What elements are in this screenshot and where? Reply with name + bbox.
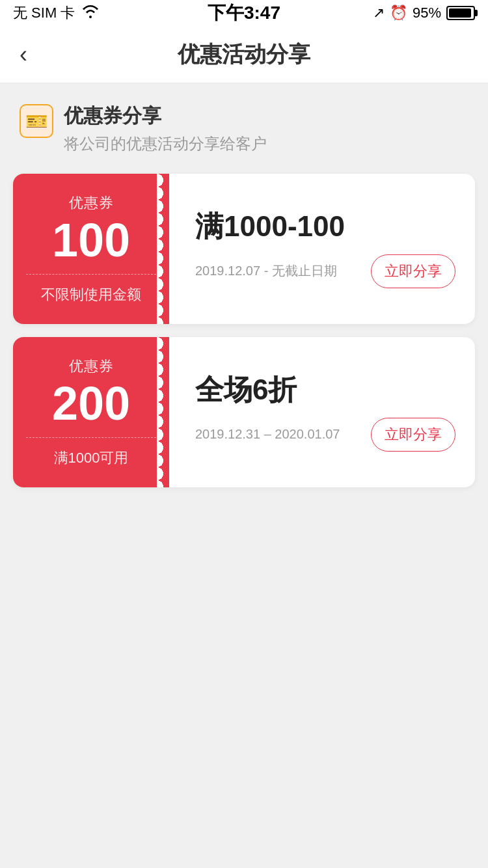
- coupon-meta-2: 2019.12.31 – 2020.01.07 立即分享: [195, 418, 455, 452]
- section-text: 优惠券分享 将公司的优惠活动分享给客户: [64, 103, 267, 154]
- location-icon: ↗: [373, 5, 385, 21]
- section-icon: 🎫: [20, 104, 53, 138]
- alarm-icon: ⏰: [390, 5, 407, 21]
- empty-space: [0, 500, 488, 868]
- coupon-divider-1: [26, 274, 156, 275]
- section-header: 🎫 优惠券分享 将公司的优惠活动分享给客户: [0, 83, 488, 167]
- share-button-2[interactable]: 立即分享: [371, 418, 455, 452]
- coupon-card-2: 优惠券 200 满1000可用 全场6折 2019.12.31 – 2020.0…: [13, 337, 475, 487]
- coupon-date-1: 2019.12.07 - 无截止日期: [195, 262, 337, 280]
- back-button[interactable]: ‹: [20, 41, 27, 68]
- coupon-name-2: 全场6折: [195, 373, 455, 407]
- carrier-label: 无 SIM 卡: [13, 3, 75, 23]
- nav-bar: ‹ 优惠活动分享: [0, 26, 488, 83]
- wifi-icon: [81, 4, 100, 22]
- coupon-amount-1: 100: [52, 217, 130, 264]
- coupon-right-1: 满1000-100 2019.12.07 - 无截止日期 立即分享: [169, 174, 475, 324]
- coupon-label-1: 优惠券: [69, 193, 114, 213]
- page-title: 优惠活动分享: [178, 40, 310, 70]
- battery-fill: [449, 8, 471, 18]
- coupon-name-1: 满1000-100: [195, 210, 455, 244]
- section-title: 优惠券分享: [64, 103, 267, 129]
- coupon-card-1: 优惠券 100 不限制使用金额 满1000-100 2019.12.07 - 无…: [13, 174, 475, 324]
- status-right: ↗ ⏰ 95%: [373, 5, 475, 21]
- coupon-condition-2: 满1000可用: [54, 448, 129, 468]
- battery-percentage: 95%: [413, 5, 441, 21]
- share-button-1[interactable]: 立即分享: [371, 254, 455, 288]
- status-left: 无 SIM 卡: [13, 3, 100, 23]
- status-time: 下午3:47: [208, 1, 280, 25]
- coupon-right-2: 全场6折 2019.12.31 – 2020.01.07 立即分享: [169, 337, 475, 487]
- section-subtitle: 将公司的优惠活动分享给客户: [64, 133, 267, 154]
- coupon-condition-1: 不限制使用金额: [41, 285, 141, 305]
- coupon-list: 优惠券 100 不限制使用金额 满1000-100 2019.12.07 - 无…: [0, 167, 488, 500]
- coupon-meta-1: 2019.12.07 - 无截止日期 立即分享: [195, 254, 455, 288]
- coupon-left-1: 优惠券 100 不限制使用金额: [13, 174, 169, 324]
- coupon-date-2: 2019.12.31 – 2020.01.07: [195, 427, 340, 442]
- coupon-left-2: 优惠券 200 满1000可用: [13, 337, 169, 487]
- coupon-label-2: 优惠券: [69, 357, 114, 376]
- coupon-amount-2: 200: [52, 380, 130, 427]
- coupon-divider-2: [26, 437, 156, 438]
- battery-icon: [446, 6, 475, 20]
- status-bar: 无 SIM 卡 下午3:47 ↗ ⏰ 95%: [0, 0, 488, 26]
